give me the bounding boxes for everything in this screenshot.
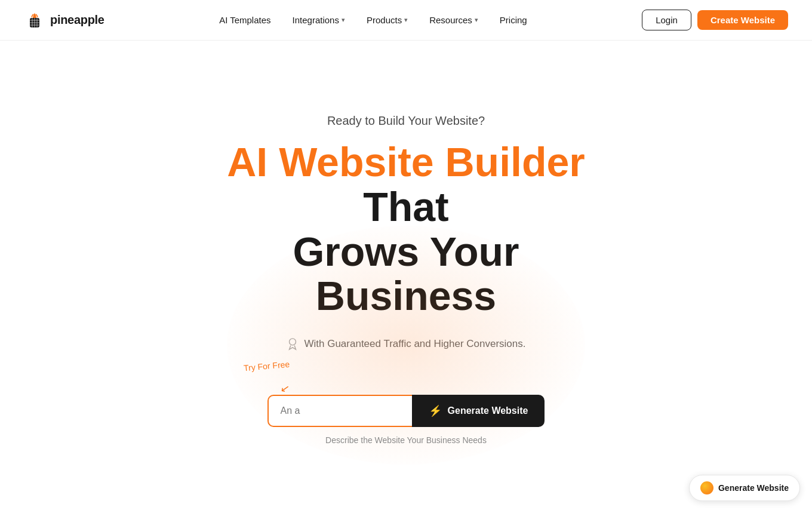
website-description-input[interactable] bbox=[267, 395, 412, 427]
login-button[interactable]: Login bbox=[642, 10, 691, 30]
bolt-icon: ⚡ bbox=[429, 404, 442, 417]
hero-input-row: ⚡ Generate Website bbox=[267, 395, 545, 427]
chevron-down-icon: ▾ bbox=[404, 16, 408, 24]
nav-link-ai-templates[interactable]: AI Templates bbox=[211, 10, 279, 30]
svg-rect-5 bbox=[30, 22, 39, 23]
hero-input-area: Try For Free ↙ ⚡ Generate Website Descri… bbox=[267, 386, 545, 445]
logo-text: pineapple bbox=[50, 13, 104, 27]
nav-link-resources[interactable]: Resources ▾ bbox=[421, 10, 487, 30]
try-free-arrow-icon: ↙ bbox=[279, 381, 291, 395]
create-website-button[interactable]: Create Website bbox=[697, 10, 788, 30]
logo-icon bbox=[24, 10, 45, 31]
hero-title-orange: AI Website Builder bbox=[227, 139, 585, 185]
chevron-down-icon: ▾ bbox=[475, 16, 478, 24]
svg-point-7 bbox=[290, 339, 296, 345]
hero-section: Ready to Build Your Website? AI Website … bbox=[0, 41, 812, 506]
floating-generate-button[interactable]: Generate Website bbox=[689, 475, 800, 501]
nav-link-integrations[interactable]: Integrations ▾ bbox=[284, 10, 353, 30]
try-free-label: Try For Free bbox=[243, 360, 290, 373]
svg-rect-4 bbox=[30, 20, 39, 21]
hero-title-black: ThatGrows Your Business bbox=[293, 184, 519, 319]
navbar: pineapple AI Templates Integrations ▾ Pr… bbox=[0, 0, 812, 41]
chevron-down-icon: ▾ bbox=[342, 16, 345, 24]
nav-actions: Login Create Website bbox=[642, 10, 788, 30]
generate-website-button[interactable]: ⚡ Generate Website bbox=[412, 395, 545, 427]
hero-badge: With Guaranteed Traffic and Higher Conve… bbox=[286, 337, 525, 351]
hero-title: AI Website Builder ThatGrows Your Busine… bbox=[197, 140, 615, 318]
medal-icon bbox=[286, 337, 299, 351]
floating-generate-label: Generate Website bbox=[718, 483, 789, 493]
floating-orb-icon bbox=[700, 481, 713, 494]
hero-subtitle: Ready to Build Your Website? bbox=[327, 114, 485, 128]
hero-hint: Describe the Website Your Business Needs bbox=[325, 435, 487, 445]
hero-badge-text: With Guaranteed Traffic and Higher Conve… bbox=[304, 338, 525, 350]
nav-links: AI Templates Integrations ▾ Products ▾ R… bbox=[211, 10, 536, 30]
svg-rect-6 bbox=[30, 24, 39, 26]
nav-link-products[interactable]: Products ▾ bbox=[358, 10, 416, 30]
nav-link-pricing[interactable]: Pricing bbox=[491, 10, 536, 30]
logo-link[interactable]: pineapple bbox=[24, 10, 104, 31]
